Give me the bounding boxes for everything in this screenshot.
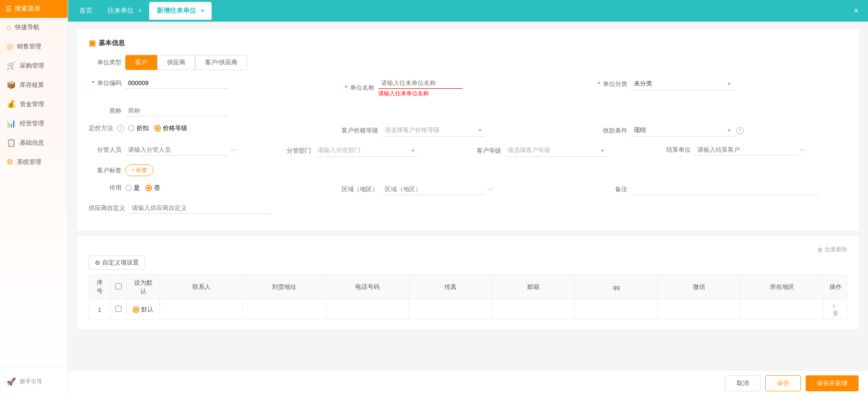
short-name-input[interactable] xyxy=(125,105,228,116)
settlement-more-icon[interactable]: ··· xyxy=(798,146,807,154)
col-qq: qq xyxy=(575,275,658,300)
col-check xyxy=(110,275,126,300)
row-wechat[interactable] xyxy=(658,300,741,320)
disabled-no-option[interactable]: 否 xyxy=(145,184,160,192)
row-add-icon[interactable]: + xyxy=(832,303,836,310)
chevron-down-icon-2: ▼ xyxy=(478,128,482,133)
unit-type-customer-btn[interactable]: 客户 xyxy=(125,55,157,70)
disabled-field: 停用 是 否 xyxy=(89,184,342,192)
pricing-level-option[interactable]: 价格等级 xyxy=(154,124,187,132)
operations-icon: 📊 xyxy=(7,119,16,128)
row-email-input[interactable] xyxy=(497,306,570,313)
sidebar-item-finance[interactable]: 💰 资金管理 xyxy=(0,94,68,114)
disabled-yes-option[interactable]: 是 xyxy=(125,184,140,192)
sidebar-item-basic[interactable]: 📋 基础信息 xyxy=(0,133,68,152)
tab-home[interactable]: 首页 xyxy=(72,2,100,20)
batch-delete-btn[interactable]: 🗑 批量删除 xyxy=(89,246,847,254)
tab-counterparty-close[interactable]: × xyxy=(138,8,142,14)
row-contact[interactable] xyxy=(160,300,243,320)
manager-more-icon[interactable]: ··· xyxy=(228,146,238,154)
row-default-radio-item[interactable]: 默认 xyxy=(131,305,155,314)
region-input[interactable] xyxy=(382,184,485,195)
sidebar-item-inventory[interactable]: 📦 库存核算 xyxy=(0,75,68,94)
cancel-button[interactable]: 取消 xyxy=(725,375,761,391)
col-wechat: 微信 xyxy=(658,275,741,300)
sidebar-item-sales[interactable]: ◎ 销售管理 xyxy=(0,37,68,56)
sidebar-item-quick-nav[interactable]: ⌂ 快捷导航 xyxy=(0,18,68,37)
sidebar-item-label: 系统管理 xyxy=(17,158,41,166)
unit-type-both-btn[interactable]: 客户/供应商 xyxy=(195,55,247,70)
row-contact-input[interactable] xyxy=(165,306,238,313)
chevron-down-icon: ▼ xyxy=(727,81,731,86)
basic-icon: 📋 xyxy=(7,138,16,147)
remark-input[interactable] xyxy=(631,184,819,195)
unit-type-row: 单位类型 客户 供应商 客户/供应商 xyxy=(89,55,847,70)
pricing-level-radio xyxy=(154,125,161,132)
search-menu[interactable]: ☰ 搜索菜单 xyxy=(0,0,68,18)
row-email[interactable] xyxy=(492,300,575,320)
payment-terms-help-icon[interactable]: ? xyxy=(736,127,744,134)
sidebar-item-operations[interactable]: 📊 经营管理 xyxy=(0,114,68,133)
row-checkbox[interactable] xyxy=(115,306,122,312)
row-phone-input[interactable] xyxy=(331,306,404,313)
customer-level-select[interactable]: 请选择客户等级 ▼ xyxy=(505,144,608,157)
customer-level-placeholder: 请选择客户等级 xyxy=(508,146,550,155)
disabled-label: 停用 xyxy=(89,184,122,192)
main-area: 首页 往来单位 × 新增往来单位 × × ▣ 基本信息 单位类型 客户 xyxy=(68,0,868,396)
supplier-custom-input[interactable] xyxy=(129,202,270,214)
unit-type-label: 单位类型 xyxy=(89,58,122,67)
tab-new-counterparty-close[interactable]: × xyxy=(201,8,204,14)
row-address[interactable] xyxy=(243,300,326,320)
purchase-icon: 🛒 xyxy=(7,61,16,70)
add-tag-button[interactable]: + 标签 xyxy=(125,164,153,176)
customer-level-label: 客户等级 xyxy=(468,147,501,155)
window-close-button[interactable]: × xyxy=(848,6,864,16)
unit-category-select[interactable]: 未分类 ▼ xyxy=(631,78,734,90)
row-qq-input[interactable] xyxy=(579,306,653,313)
department-select[interactable]: 请输入分管部门 ▼ xyxy=(315,144,418,157)
manager-input[interactable] xyxy=(125,144,228,155)
row-wechat-input[interactable] xyxy=(662,306,736,313)
pricing-help-icon[interactable]: ? xyxy=(117,124,124,132)
batch-delete-label: 批量删除 xyxy=(825,246,847,254)
pricing-discount-option[interactable]: 折扣 xyxy=(128,124,149,132)
sidebar-item-purchase[interactable]: 🛒 采购管理 xyxy=(0,56,68,75)
select-all-checkbox[interactable] xyxy=(115,283,122,289)
payment-terms-select[interactable]: 现结 ▼ xyxy=(631,124,734,137)
settlement-unit-input[interactable] xyxy=(694,144,798,155)
customer-tag-label: 客户标签 xyxy=(89,166,122,175)
disabled-row: 停用 是 否 区域（地区） ··· xyxy=(89,184,847,195)
row-region[interactable] xyxy=(741,300,824,320)
system-icon: ⚙ xyxy=(7,157,13,166)
chevron-down-icon-3: ▼ xyxy=(727,128,731,133)
tab-counterparty[interactable]: 往来单位 × xyxy=(100,2,149,20)
row-delete-icon[interactable]: 🗑 xyxy=(832,310,838,317)
sidebar-item-system[interactable]: ⚙ 系统管理 xyxy=(0,152,68,171)
row-fax-input[interactable] xyxy=(414,306,487,313)
row-address-input[interactable] xyxy=(248,306,321,313)
sidebar-item-label: 快捷导航 xyxy=(15,23,39,31)
save-button[interactable]: 保存 xyxy=(765,375,801,391)
unit-code-input[interactable] xyxy=(125,78,228,89)
col-contact: 联系人 xyxy=(160,275,243,300)
row-phone[interactable] xyxy=(326,300,409,320)
col-region: 所在地区 xyxy=(741,275,824,300)
payment-terms-label: 收款条件 xyxy=(594,126,627,135)
contacts-card: 🗑 批量删除 ⚙ 自定义项设置 序号 设为默认 联系人 到货地址 电话号码 传真 xyxy=(77,236,859,329)
row-check xyxy=(110,300,126,320)
sidebar-item-guide[interactable]: 🚀 新手引导 xyxy=(0,372,68,391)
save-and-new-button[interactable]: 保存并新增 xyxy=(806,375,859,391)
unit-name-input[interactable] xyxy=(378,78,463,89)
col-address: 到货地址 xyxy=(243,275,326,300)
row-qq[interactable] xyxy=(575,300,658,320)
custom-settings-button[interactable]: ⚙ 自定义项设置 xyxy=(89,256,145,270)
tab-new-counterparty[interactable]: 新增往来单位 × xyxy=(149,2,212,20)
col-default: 设为默认 xyxy=(126,275,160,300)
short-name-row: 简称 xyxy=(89,105,847,116)
row-fax[interactable] xyxy=(409,300,492,320)
short-name-field: 简称 xyxy=(89,105,847,116)
customer-price-level-select[interactable]: 请选择客户价格等级 ▼ xyxy=(382,124,485,137)
region-more-icon[interactable]: ··· xyxy=(485,185,495,194)
row-region-input[interactable] xyxy=(746,306,819,313)
unit-type-supplier-btn[interactable]: 供应商 xyxy=(157,55,195,70)
